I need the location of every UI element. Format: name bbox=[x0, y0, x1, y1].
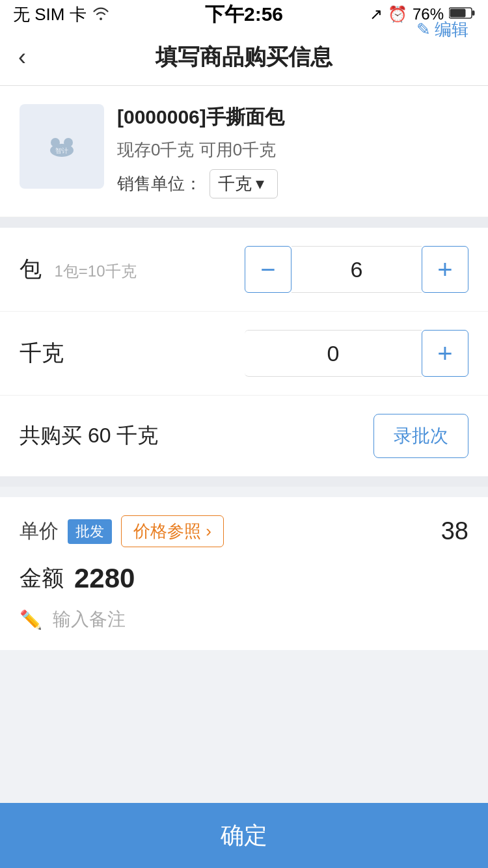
unit-value: 千克 bbox=[218, 172, 252, 195]
batch-button[interactable]: 录批次 bbox=[373, 414, 468, 458]
page-title: 填写商品购买信息 bbox=[156, 42, 332, 72]
svg-rect-2 bbox=[450, 9, 466, 18]
total-row: 共购买 60 千克 录批次 bbox=[0, 396, 488, 476]
total-text: 共购买 60 千克 bbox=[20, 422, 158, 450]
remark-label: 输入备注 bbox=[53, 607, 126, 632]
unit-label: 销售单位： bbox=[117, 172, 202, 195]
alarm-icon: ⏰ bbox=[388, 5, 407, 23]
edit-icon: ✎ bbox=[416, 20, 431, 40]
kg-input[interactable] bbox=[245, 330, 422, 377]
kg-label: 千克 bbox=[20, 338, 245, 368]
confirm-label: 确定 bbox=[221, 820, 267, 852]
remark-row[interactable]: ✏️ 输入备注 bbox=[20, 607, 468, 632]
bao-label: 包 1包=10千克 bbox=[20, 254, 245, 284]
bao-minus-button[interactable]: − bbox=[245, 246, 291, 293]
amount-value: 2280 bbox=[74, 563, 135, 594]
amount-row: 金额 2280 bbox=[20, 563, 468, 594]
price-left: 单价 批发 价格参照 › bbox=[20, 515, 224, 547]
product-section: 智计 [0000006]手撕面包 现存0千克 可用0千克 销售单位： 千克 ▾ … bbox=[0, 86, 488, 217]
kg-control: + bbox=[245, 330, 468, 377]
bao-control: − + bbox=[245, 246, 468, 293]
price-section: 单价 批发 价格参照 › 38 金额 2280 ✏️ 输入备注 bbox=[0, 497, 488, 650]
price-row: 单价 批发 价格参照 › 38 bbox=[20, 515, 468, 547]
bao-row: 包 1包=10千克 − + bbox=[0, 228, 488, 312]
wifi-icon bbox=[92, 5, 110, 25]
divider-1 bbox=[0, 217, 488, 228]
product-unit-row: 销售单位： 千克 ▾ bbox=[117, 169, 468, 198]
price-badge: 批发 bbox=[68, 519, 112, 544]
edit-label: 编辑 bbox=[435, 18, 468, 41]
price-ref-button[interactable]: 价格参照 › bbox=[121, 515, 224, 547]
product-info: [0000006]手撕面包 现存0千克 可用0千克 销售单位： 千克 ▾ bbox=[117, 104, 468, 198]
amount-label: 金额 bbox=[20, 563, 64, 593]
product-stock: 现存0千克 可用0千克 bbox=[117, 139, 468, 161]
dropdown-icon: ▾ bbox=[256, 174, 264, 194]
price-label: 单价 bbox=[20, 518, 59, 545]
product-thumbnail: 智计 bbox=[20, 104, 104, 189]
svg-rect-1 bbox=[472, 10, 475, 16]
input-section: 包 1包=10千克 − + 千克 + bbox=[0, 228, 488, 396]
status-bar: 无 SIM 卡 下午2:56 ↗ ⏰ 76% bbox=[0, 0, 488, 29]
location-icon: ↗ bbox=[370, 5, 383, 23]
bao-plus-button[interactable]: + bbox=[422, 246, 468, 293]
confirm-button[interactable]: 确定 bbox=[0, 803, 488, 868]
back-button[interactable]: ‹ bbox=[18, 44, 26, 71]
nav-bar: ‹ 填写商品购买信息 bbox=[0, 29, 488, 86]
status-left: 无 SIM 卡 bbox=[13, 3, 110, 26]
price-value: 38 bbox=[441, 517, 468, 545]
pencil-icon: ✏️ bbox=[20, 609, 42, 631]
bao-hint: 1包=10千克 bbox=[54, 262, 136, 280]
unit-select[interactable]: 千克 ▾ bbox=[210, 169, 278, 198]
svg-text:智计: 智计 bbox=[55, 147, 68, 154]
carrier-text: 无 SIM 卡 bbox=[13, 3, 87, 26]
kg-row: 千克 + bbox=[0, 312, 488, 396]
bao-input[interactable] bbox=[291, 246, 422, 293]
kg-plus-button[interactable]: + bbox=[422, 330, 468, 377]
divider-2 bbox=[0, 476, 488, 487]
edit-button[interactable]: ✎ 编辑 bbox=[416, 18, 468, 41]
status-time: 下午2:56 bbox=[205, 1, 283, 28]
product-name: [0000006]手撕面包 bbox=[117, 104, 468, 131]
